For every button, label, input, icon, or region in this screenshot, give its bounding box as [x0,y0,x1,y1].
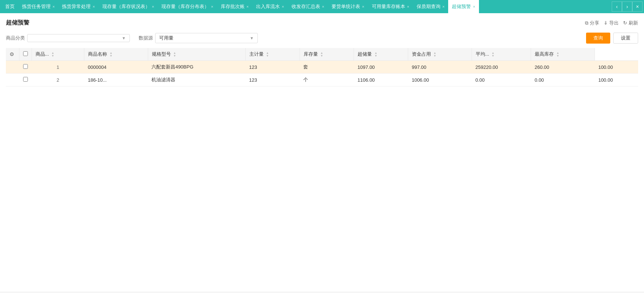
th-unit[interactable]: 主计量 [245,48,300,61]
th-product-name[interactable]: 商品名称 [84,48,148,61]
nav-label-inventory-status: 现存量（库存状况表） [102,3,150,10]
datasource-filter: 数据源 可用量 ▼ [139,33,258,43]
th-spec[interactable]: 规格型号 [148,48,245,61]
query-button[interactable]: 查询 [586,33,610,44]
category-filter: 商品分类 ▼ [6,34,130,42]
th-overstock-label: 超储量 [358,51,372,57]
sort-icon-spec [173,52,176,58]
nav-close-available-account[interactable]: × [407,4,409,9]
nav-item-recv-summary[interactable]: 收发存汇总表 × [288,0,328,13]
datasource-select[interactable]: 可用量 ▼ [155,33,258,43]
settings-button[interactable]: 设置 [613,33,638,44]
page-content: 超储预警 ⧉ 分享 ⇓ 导出 ↻ 刷新 商品分类 ▼ [0,13,644,292]
sort-icon-product-code [51,52,54,58]
th-stock[interactable]: 库存量 [300,48,354,61]
nav-label-available-account: 可用量库存账本 [372,3,405,10]
row-checkbox-0[interactable] [23,64,28,69]
th-overstock[interactable]: 超储量 [354,48,408,61]
nav-item-inventory-dist[interactable]: 现存量（库存分布表） × [158,0,217,13]
th-max-stock-label: 最高库存 [535,51,554,57]
td-rownum-0: 1 [32,61,84,74]
share-button[interactable]: ⧉ 分享 [585,20,599,26]
nav-item-home[interactable]: 首页 [1,0,18,13]
nav-arrow-close[interactable]: × [632,1,643,12]
sort-icon-stock [320,52,323,58]
td-avg-1: 0.00 [531,74,595,86]
nav-item-inout-flow[interactable]: 出入库流水 × [252,0,288,13]
nav-close-recv-summary[interactable]: × [322,4,324,9]
select-all-checkbox[interactable] [23,51,28,56]
nav-item-quality-check[interactable]: 保质期查询 × [413,0,448,13]
td-spec-0: 123 [245,61,300,74]
sort-icon-avg [491,52,494,58]
nav-item-order-stats[interactable]: 要货单统计表 × [328,0,368,13]
th-avg-label: 平均... [476,51,489,57]
table-row: 1 0000004 六配套新昌490BPG 123 套 1097.00 997.… [6,61,638,74]
td-capital-1: 0.00 [472,74,531,86]
td-gear-0 [6,61,19,74]
gear-settings-icon[interactable]: ⚙ [10,51,14,57]
nav-arrow-left[interactable]: ‹ [612,1,622,12]
nav-label-batch-account: 库存批次账 [221,3,245,10]
sort-icon-unit [266,52,269,58]
table-header-row: ⚙ 商品... 商品名称 规格型号 主计量 [6,48,638,61]
nav-label-recv-summary: 收发存汇总表 [292,3,320,10]
nav-close-inventory-dist[interactable]: × [211,4,213,9]
refresh-button[interactable]: ↻ 刷新 [623,20,638,26]
nav-item-available-account[interactable]: 可用量库存账本 × [368,0,413,13]
datasource-value: 可用量 [159,35,173,41]
sort-icon-capital [433,52,436,58]
th-capital[interactable]: 资金占用 [408,48,472,61]
nav-item-overstock-alert[interactable]: 超储预警 × [448,0,479,13]
export-button[interactable]: ⇓ 导出 [604,20,619,26]
td-product-code-0: 0000004 [84,61,148,74]
td-unit-1: 个 [300,74,354,86]
th-avg[interactable]: 平均... [472,48,531,61]
nav-item-task-mgmt[interactable]: 拣货任务管理 × [18,0,58,13]
datasource-label: 数据源 [139,35,153,41]
nav-label-quality-check: 保质期查询 [417,3,440,10]
nav-label-task-mgmt: 拣货任务管理 [22,3,51,10]
th-spec-label: 规格型号 [152,51,171,57]
th-stock-label: 库存量 [304,51,318,57]
nav-close-abnormal[interactable]: × [92,4,95,9]
category-select[interactable]: ▼ [27,34,130,42]
page-header: 超储预警 ⧉ 分享 ⇓ 导出 ↻ 刷新 [6,19,638,27]
nav-arrows: ‹ › × [612,1,643,12]
td-stock-1: 1106.00 [354,74,408,86]
nav-item-inventory-status[interactable]: 现存量（库存状况表） × [99,0,158,13]
td-check-1[interactable] [19,74,32,86]
td-unit-0: 套 [300,61,354,74]
td-stock-0: 1097.00 [354,61,408,74]
td-max-stock-0: 100.00 [594,61,638,74]
nav-arrow-right[interactable]: › [622,1,632,12]
nav-close-batch-account[interactable]: × [246,4,249,9]
nav-close-quality-check[interactable]: × [442,4,444,9]
share-icon: ⧉ [585,20,588,26]
sort-icon-max-stock [556,52,559,58]
nav-close-overstock-alert[interactable]: × [473,4,475,9]
row-checkbox-1[interactable] [23,77,28,82]
th-unit-label: 主计量 [249,51,264,57]
sort-icon-product-name [110,52,113,58]
nav-item-abnormal[interactable]: 拣货异常处理 × [58,0,98,13]
top-nav: 首页 拣货任务管理 × 拣货异常处理 × 现存量（库存状况表） × 现存量（库存… [0,0,644,13]
td-gear-1 [6,74,19,86]
nav-label-overstock-alert: 超储预警 [452,3,471,10]
nav-close-inventory-status[interactable]: × [152,4,154,9]
nav-label-inout-flow: 出入库流水 [256,3,280,10]
nav-close-order-stats[interactable]: × [362,4,364,9]
filter-row: 商品分类 ▼ 数据源 可用量 ▼ 查询 设置 [6,33,638,44]
header-actions: ⧉ 分享 ⇓ 导出 ↻ 刷新 [585,20,638,26]
export-icon: ⇓ [604,20,608,26]
th-product-code[interactable]: 商品... [32,48,84,61]
nav-item-batch-account[interactable]: 库存批次账 × [217,0,252,13]
td-check-0[interactable] [19,61,32,74]
nav-close-task-mgmt[interactable]: × [52,4,55,9]
nav-label-abnormal: 拣货异常处理 [62,3,91,10]
th-max-stock[interactable]: 最高库存 [531,48,595,61]
td-product-name-0: 六配套新昌490BPG [148,61,245,74]
category-label: 商品分类 [6,35,25,41]
sort-icon-overstock [374,52,377,58]
nav-close-inout-flow[interactable]: × [282,4,284,9]
